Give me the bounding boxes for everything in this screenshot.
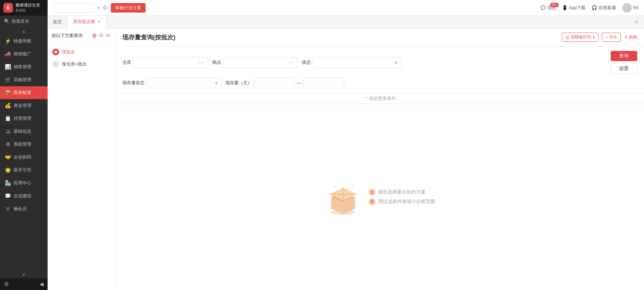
filter-row-2: 现存量状态 ▾ 现存量（主） — (122, 77, 637, 88)
sidebar-item-wechat[interactable]: 💬 企业微信 (0, 189, 48, 202)
sidebar-item-marketing[interactable]: 📣 营销推广 (0, 48, 48, 60)
template-print-btn[interactable]: 🖨 按模板打印 ▾ (562, 33, 598, 42)
avatar (622, 3, 632, 13)
hint-num-2: 2 (369, 198, 375, 205)
sidebar-item-inventory[interactable]: 📦 库存核算 (0, 86, 48, 99)
enterprise-icon: 🤝 (5, 154, 11, 160)
footer-settings-icon[interactable]: ⚙ (4, 281, 9, 287)
svg-text:✦: ✦ (333, 185, 336, 189)
sidebar-item-purchase[interactable]: 🛒 采购管理 (0, 73, 48, 86)
sidebar-item-enterprise[interactable]: 🤝 企业协同 (0, 151, 48, 164)
sidebar-item-system[interactable]: ⚙ 系统管理 (0, 138, 48, 151)
filter-dash: — (297, 80, 301, 86)
tab-close-icon[interactable]: ✕ (97, 19, 101, 24)
settings-scheme-icon[interactable]: ⊙ (99, 32, 103, 39)
app-info: 畅康通好生意 标准版 (16, 3, 40, 13)
sidebar-nav: ⚡ 快捷导航 📣 营销推广 📊 销售管理 🛒 采购管理 📦 库存核算 💰 资金管… (0, 35, 48, 271)
export-btn[interactable]: ↑ 导出 (602, 33, 621, 42)
stock-status-label: 现存量状态 (122, 80, 145, 86)
sidebar-item-finance[interactable]: 💰 资金管理 (0, 99, 48, 112)
search-icon: 🔍 (4, 19, 10, 24)
hint-num-1: 1 (369, 189, 375, 196)
topbar: ▾ ⚙ 体验行业方案 💬 消息 99+ 📱 App下载 🎧 在线客服 Rit (48, 0, 644, 16)
left-panel-title: 按以下方案查询 (52, 33, 83, 39)
tab-home-label: 首页 (53, 19, 62, 25)
filter-area: 仓库 ··· 商品 ··· (116, 46, 644, 93)
add-scheme-icon[interactable]: ⊕ (92, 32, 97, 39)
status-label: 状态 (302, 59, 311, 66)
marketing-icon: 📣 (5, 51, 11, 57)
settings-btn[interactable]: 设置 (611, 63, 637, 74)
sidebar-item-label: 新手引导 (14, 167, 31, 173)
company-name: 畅康通好生意 (16, 3, 40, 8)
tab-inventory-batch[interactable]: 库存批次账 ✕ (68, 16, 106, 29)
sidebar-item-label: 应用中心 (14, 180, 31, 186)
warehouse-input[interactable]: ··· (133, 57, 208, 68)
stock-status-select[interactable]: ▾ (147, 77, 221, 88)
tab-inventory-batch-label: 库存批次账 (73, 19, 95, 25)
online-service-btn[interactable]: 🎧 在线客服 (592, 5, 616, 11)
headset-icon: 🎧 (592, 5, 597, 10)
content-area: 按以下方案查询 ⊕ ⊙ ≪ 按批次 按仓库 (48, 29, 644, 290)
sidebar-item-label: 经营管理 (14, 115, 31, 122)
svg-point-1 (54, 63, 57, 66)
stock-quantity-min[interactable] (254, 77, 295, 88)
goods-input[interactable]: ··· (223, 57, 298, 68)
export-icon: ↑ (606, 35, 608, 40)
app-download-btn[interactable]: 📱 App下载 (562, 5, 586, 11)
refresh-btn[interactable]: ↺ 刷新 (624, 34, 637, 40)
warehouse-filter: 仓库 ··· (122, 57, 208, 68)
svg-text:✦: ✦ (352, 184, 354, 187)
sidebar-item-member[interactable]: V 畅会员 (0, 202, 48, 215)
sidebar-item-operations[interactable]: 📋 经营管理 (0, 112, 48, 125)
sidebar-header: 6 畅康通好生意 标准版 (0, 0, 48, 16)
experience-btn[interactable]: 体验行业方案 (111, 3, 146, 13)
topbar-search-input[interactable] (53, 3, 94, 13)
user-avatar-btn[interactable]: Rit (622, 3, 639, 13)
sidebar-item-basics[interactable]: 🗂 基础信息 (0, 125, 48, 138)
collapse-label: 收起更多条件 (369, 95, 396, 102)
sidebar-item-guide[interactable]: 🌟 新手引导 (0, 164, 48, 177)
refresh-icon: ↺ (624, 35, 628, 40)
warehouse-dots-icon: ··· (199, 59, 204, 66)
sidebar: 6 畅康通好生意 标准版 🔍 搜索菜单 ▲ ⚡ 快捷导航 📣 营销推广 📊 销售… (0, 0, 48, 290)
collapse-up-icon: ⌃ (364, 96, 368, 101)
topbar-right: 💬 消息 99+ 📱 App下载 🎧 在线客服 Rit (540, 3, 639, 13)
hint-text-2: 用过滤条件来缩小分析范围 (378, 199, 435, 205)
sidebar-item-label: 企业协同 (14, 154, 31, 160)
tab-home[interactable]: 首页 (48, 16, 68, 29)
sidebar-item-quick-nav[interactable]: ⚡ 快捷导航 (0, 35, 48, 48)
stock-status-chevron-icon: ▾ (215, 80, 218, 86)
print-chevron-icon: ▾ (593, 35, 595, 40)
sidebar-item-label: 资金管理 (14, 103, 31, 109)
appstore-icon: 🏪 (5, 180, 11, 186)
sidebar-item-label: 基础信息 (14, 128, 31, 134)
page-close-btn[interactable]: ✕ (629, 19, 644, 25)
sidebar-search[interactable]: 🔍 搜索菜单 (0, 16, 48, 27)
topbar-chevron-icon[interactable]: ▾ (97, 5, 99, 10)
sidebar-footer: ⚙ ◀ (0, 278, 48, 290)
stock-status-filter: 现存量状态 ▾ (122, 77, 221, 88)
sidebar-item-sales[interactable]: 📊 销售管理 (0, 60, 48, 73)
right-panel: 现存量查询(按批次) 🖨 按模板打印 ▾ ↑ 导出 ↺ 刷新 (116, 29, 644, 290)
messages-badge: 99+ (550, 3, 559, 7)
topbar-gear-icon[interactable]: ⚙ (103, 4, 107, 11)
collapse-row[interactable]: ⌃ 收起更多条件 (116, 93, 644, 104)
page-title: 现存量查询(按批次) (122, 33, 175, 46)
footer-collapse-icon[interactable]: ◀ (39, 281, 44, 287)
messages-btn[interactable]: 💬 消息 99+ (540, 5, 556, 11)
sidebar-scroll-up[interactable]: ▲ (0, 28, 48, 35)
empty-box-svg: ✦ ✦ ✦ (324, 180, 362, 217)
scheme-item-by-batch[interactable]: 按批次 (48, 46, 115, 58)
sidebar-scroll-down[interactable]: ▼ (0, 271, 48, 278)
collapse-panel-icon[interactable]: ≪ (105, 32, 111, 39)
status-select[interactable]: ▾ (313, 57, 401, 68)
app-logo: 6 (3, 3, 13, 13)
empty-state: ✦ ✦ ✦ 1 请先选择要分析的方案 2 用过滤条件来缩小分析范围 (116, 104, 644, 290)
filter-row-1: 仓库 ··· 商品 ··· (122, 51, 637, 74)
scheme-item-by-warehouse-batch[interactable]: 按仓库+批次 (48, 58, 115, 70)
sidebar-item-appstore[interactable]: 🏪 应用中心 (0, 177, 48, 189)
query-btn[interactable]: 查询 (611, 51, 637, 61)
stock-quantity-max[interactable] (303, 77, 344, 88)
basics-icon: 🗂 (5, 128, 11, 134)
